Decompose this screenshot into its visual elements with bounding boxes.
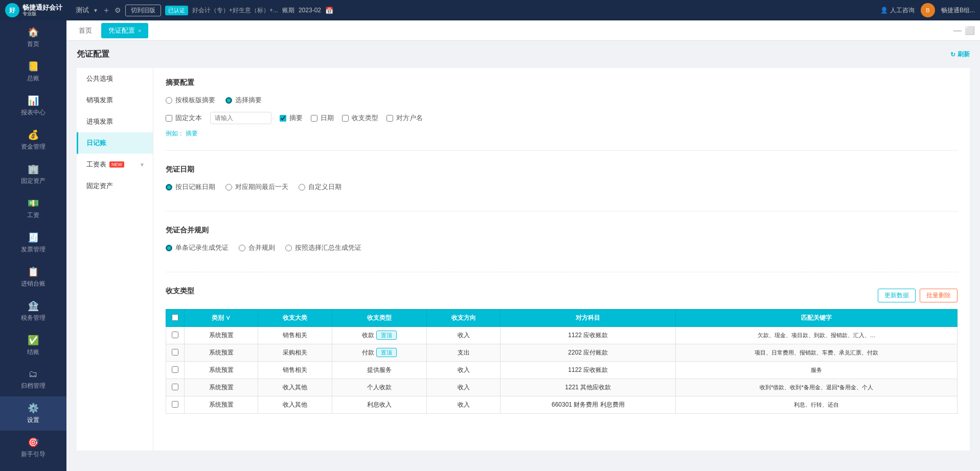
update-data-button[interactable]: 更新数据 <box>878 289 916 302</box>
tab-voucher-config[interactable]: 凭证配置 × <box>101 23 148 38</box>
th-major-type: 收支大类 <box>258 310 332 327</box>
checkbox-fixed[interactable] <box>166 115 172 122</box>
sidebar-item-vip[interactable]: 👑 畅会员 <box>0 465 66 471</box>
radio-period-last-label[interactable]: 对应期间最后一天 <box>225 182 288 192</box>
radio-period-last[interactable] <box>225 184 232 191</box>
fixed-text-input[interactable] <box>210 112 271 124</box>
sidebar-item-guide[interactable]: 🎯 新手引导 <box>0 431 66 465</box>
add-icon[interactable]: ＋ <box>102 5 110 16</box>
radio-custom-date-label[interactable]: 自定义日期 <box>299 182 341 192</box>
logo: 好 畅捷通好会计 专业版 <box>5 3 72 17</box>
checkbox-date[interactable] <box>311 115 317 122</box>
table-row: 系统预置 收入其他 利息收入 收入 660301 财务费用 利息费用 利息、行转… <box>166 396 958 414</box>
table-row: 系统预置 销售相关 提供服务 收入 1122 应收账款 服务 <box>166 362 958 379</box>
radio-merge-label[interactable]: 合并规则 <box>239 243 275 252</box>
tab-bar-right: — ⬜ <box>953 26 975 35</box>
left-nav-public[interactable]: 公共选项 <box>77 68 153 89</box>
sidebar-item-payroll[interactable]: 💵 工资 <box>0 192 66 226</box>
left-nav-payroll[interactable]: 工资表 NEW ▼ <box>77 154 153 175</box>
checkbox-type-label[interactable]: 收支类型 <box>342 113 378 123</box>
sidebar-item-reports[interactable]: 📊 报表中心 <box>0 89 66 123</box>
radio-template[interactable] <box>166 97 172 104</box>
sidebar-label-payroll: 工资 <box>27 211 39 220</box>
radio-summary[interactable] <box>285 245 292 251</box>
radio-merge[interactable] <box>239 245 245 251</box>
radio-select-label[interactable]: 选择摘要 <box>225 96 262 105</box>
radio-single[interactable] <box>166 245 172 251</box>
left-nav-purchase-invoice[interactable]: 进项发票 <box>77 111 153 132</box>
batch-delete-button[interactable]: 批量删除 <box>920 289 958 302</box>
voucher-date-title: 凭证日期 <box>166 165 958 174</box>
sidebar-item-closing[interactable]: ✅ 结账 <box>0 328 66 363</box>
radio-custom-date[interactable] <box>299 184 305 191</box>
calendar-icon[interactable]: 📅 <box>325 7 333 14</box>
row-checkbox-5[interactable] <box>172 401 178 408</box>
archive-icon: 🗂 <box>29 369 38 380</box>
summary-section-title: 摘要配置 <box>166 78 958 87</box>
sidebar-item-inventory[interactable]: 📋 进销台账 <box>0 260 66 294</box>
sidebar-item-assets[interactable]: 🏢 固定资产 <box>0 157 66 192</box>
select-all-checkbox[interactable] <box>172 314 178 321</box>
td-category-2: 系统预置 <box>185 344 258 362</box>
sidebar-label-invoice: 发票管理 <box>21 245 45 254</box>
row-checkbox-1[interactable] <box>172 332 178 338</box>
td-keywords-2: 项目、日常费用、报销款、车费、承兑汇票、付款 <box>676 344 958 362</box>
left-nav-fixed-assets[interactable]: 固定资产 <box>77 175 153 197</box>
badge-top-1[interactable]: 置顶 <box>376 331 397 340</box>
merge-rule-title: 凭证合并规则 <box>166 226 958 235</box>
td-keywords-4: 收到*借款、收到*备用金、退回*备用金、个人 <box>676 379 958 396</box>
td-category-5: 系统预置 <box>185 396 258 414</box>
expand-icon[interactable]: ▼ <box>140 162 145 168</box>
checkbox-counterpart[interactable] <box>386 115 393 122</box>
badge-top-2[interactable]: 置顶 <box>376 348 397 357</box>
checkbox-fixed-label[interactable]: 固定文本 <box>166 113 202 123</box>
checkbox-summary-label[interactable]: 摘要 <box>280 113 303 123</box>
radio-template-label[interactable]: 按模板版摘要 <box>166 96 215 105</box>
refresh-button[interactable]: ↻ 刷新 <box>950 50 970 59</box>
sidebar-item-tax[interactable]: 🏦 税务管理 <box>0 294 66 328</box>
sidebar-label-settings: 设置 <box>27 416 39 425</box>
radio-select[interactable] <box>225 97 232 104</box>
sidebar-item-ledger[interactable]: 📒 总账 <box>0 55 66 89</box>
radio-single-label[interactable]: 单条记录生成凭证 <box>166 243 229 252</box>
tab-home[interactable]: 首页 <box>72 23 99 38</box>
user-service[interactable]: 👤 人工咨询 <box>880 6 915 15</box>
sidebar-item-invoice[interactable]: 🧾 发票管理 <box>0 226 66 260</box>
td-direction-4: 收入 <box>426 379 500 396</box>
td-major-5: 收入其他 <box>258 396 332 414</box>
checkbox-summary[interactable] <box>280 115 286 122</box>
row-checkbox-2[interactable] <box>172 349 178 356</box>
sidebar-item-funds[interactable]: 💰 资金管理 <box>0 123 66 157</box>
td-type-3: 提供服务 <box>332 362 426 379</box>
th-category: 类别 ∨ <box>185 310 258 327</box>
checkbox-date-label[interactable]: 日期 <box>311 113 334 123</box>
tab-close-button[interactable]: × <box>138 28 141 34</box>
th-check <box>166 310 185 327</box>
tab-minimize-button[interactable]: — <box>953 26 962 35</box>
table-row: 系统预置 采购相关 付款 置顶 支出 2202 应付账款 项目、日常费用、报销款… <box>166 344 958 362</box>
left-nav-sales-invoice[interactable]: 销项发票 <box>77 89 153 111</box>
sidebar-item-settings[interactable]: ⚙️ 设置 <box>0 396 66 431</box>
row-checkbox-3[interactable] <box>172 366 178 373</box>
checkbox-type[interactable] <box>342 115 349 122</box>
sidebar-item-archive[interactable]: 🗂 归档管理 <box>0 363 66 396</box>
settings-icon[interactable]: ⚙ <box>115 6 121 14</box>
checkbox-counterpart-label[interactable]: 对方户名 <box>386 113 423 123</box>
content-area: 首页 凭证配置 × — ⬜ 凭证配置 ↻ 刷新 <box>66 20 980 471</box>
td-direction-3: 收入 <box>426 362 500 379</box>
switch-version-button[interactable]: 切到旧版 <box>125 5 161 16</box>
merge-rule-section: 凭证合并规则 单条记录生成凭证 合并规则 <box>166 226 958 272</box>
td-type-2: 付款 置顶 <box>332 344 426 362</box>
merge-rule-radio-group: 单条记录生成凭证 合并规则 按照选择汇总生成凭证 <box>166 243 958 252</box>
tab-maximize-button[interactable]: ⬜ <box>965 26 975 35</box>
page-title-text: 凭证配置 <box>77 49 109 60</box>
sidebar-label-ledger: 总账 <box>27 74 39 83</box>
tab-active-label: 凭证配置 <box>108 26 135 35</box>
assets-icon: 🏢 <box>28 163 39 175</box>
radio-summary-label[interactable]: 按照选择汇总生成凭证 <box>285 243 361 252</box>
left-nav-diary[interactable]: 日记账 <box>77 132 153 154</box>
radio-diary-date-label[interactable]: 按日记账日期 <box>166 182 215 192</box>
radio-diary-date[interactable] <box>166 184 172 191</box>
row-checkbox-4[interactable] <box>172 384 178 390</box>
sidebar-item-home[interactable]: 🏠 首页 <box>0 20 66 55</box>
